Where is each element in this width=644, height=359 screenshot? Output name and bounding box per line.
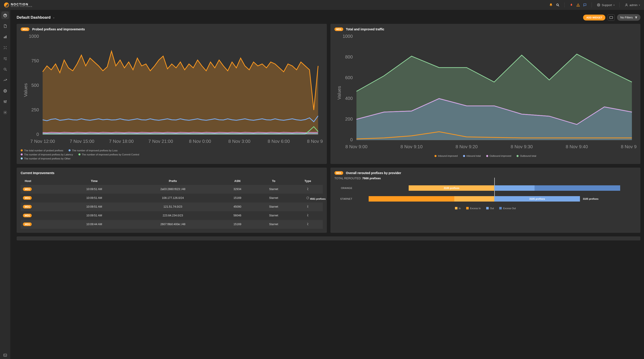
svg-text:7 Nov 21:00: 7 Nov 21:00	[148, 139, 173, 144]
svg-text:0: 0	[36, 132, 39, 137]
host-badge: MD1	[334, 171, 343, 175]
svg-rect-14	[6, 36, 6, 38]
svg-text:1000: 1000	[342, 34, 353, 39]
chart-traffic[interactable]: 02004006008001000Values8 Nov 9:008 Nov 9…	[334, 33, 636, 153]
host-badge: MD1	[334, 28, 343, 31]
flame-icon[interactable]	[570, 3, 573, 7]
legend-item[interactable]: Outbound total	[516, 155, 536, 157]
total-rerouted: TOTAL REROUTED: 7666 prefixes	[334, 177, 636, 180]
sidebar-item-reports[interactable]	[1, 22, 9, 30]
legend-item[interactable]: Excess In	[466, 207, 481, 210]
svg-text:8 Nov 9:40: 8 Nov 9:40	[566, 144, 588, 149]
svg-point-18	[4, 68, 6, 70]
sidebar-item-stats[interactable]	[1, 33, 9, 41]
warning-icon[interactable]	[576, 3, 580, 7]
search-icon[interactable]	[556, 3, 560, 7]
host-badge: MD1	[21, 28, 30, 31]
svg-text:7 Nov 18:00: 7 Nov 18:00	[109, 139, 134, 144]
chart-probed[interactable]: 02505007501000Values7 Nov 12:007 Nov 15:…	[21, 33, 323, 147]
legend-item[interactable]: The total number of probed prefixes	[21, 149, 63, 152]
improvements-table: HostTimePrefixASNToType MD110:09:51 AM2a…	[21, 177, 323, 229]
svg-text:Values: Values	[23, 83, 28, 97]
sidebar-item-search[interactable]	[1, 66, 9, 73]
svg-text:200: 200	[345, 117, 353, 122]
legend-item[interactable]: Inbound improved	[434, 155, 458, 157]
legend-item[interactable]: In	[455, 207, 461, 210]
svg-text:8 Nov 0:00: 8 Nov 0:00	[189, 139, 211, 144]
chevron-down-icon: ⌄	[53, 16, 54, 19]
logo[interactable]: NOCTION NETWORK INTELLIGENCE	[4, 3, 32, 8]
bell-icon[interactable]	[549, 3, 553, 7]
legend-item[interactable]: The number of improved prefixes by Loss	[68, 149, 117, 152]
chart-rerouted[interactable]: ORANGE3105 prefixes1456 prefixes4561 pre…	[334, 185, 636, 202]
svg-text:7 Nov 12:00: 7 Nov 12:00	[30, 139, 55, 144]
legend-item[interactable]: The number of improved prefixes by Laten…	[21, 153, 73, 156]
legend-item[interactable]: Excess Out	[499, 207, 516, 210]
table-header[interactable]: Prefix	[126, 177, 220, 185]
svg-point-5	[598, 4, 599, 6]
sidebar	[0, 10, 10, 359]
svg-text:8 Nov 9:00: 8 Nov 9:00	[345, 144, 367, 149]
svg-text:600: 600	[345, 75, 353, 80]
provider-name: ORANGE	[337, 187, 352, 189]
sidebar-item-sliders[interactable]	[1, 98, 9, 106]
legend-item[interactable]: Out	[486, 207, 494, 210]
provider-row: STARNET1456 prefixes3105 prefixes4561 pr…	[337, 196, 634, 202]
user-menu[interactable]: admin ▾	[625, 3, 640, 7]
svg-text:750: 750	[31, 58, 39, 63]
svg-text:8 Nov 6:00: 8 Nov 6:00	[268, 139, 290, 144]
table-header[interactable]: ASN	[220, 177, 254, 185]
dashboard-selector[interactable]: Default Dashboard ⌄	[17, 15, 54, 20]
legend-item[interactable]: The number of improved prefixes by Commi…	[78, 153, 139, 156]
host-badge: MD1	[23, 196, 32, 200]
table-row[interactable]: MD110:09:51 AM2a03:2880:f023::/4832934St…	[21, 185, 323, 194]
widget-title: Current Improvements	[21, 171, 54, 175]
svg-rect-30	[4, 354, 7, 356]
widget-placeholder	[17, 236, 640, 240]
layout-button[interactable]	[608, 15, 615, 21]
svg-text:8 Nov 3:00: 8 Nov 3:00	[228, 139, 250, 144]
sidebar-item-list[interactable]	[1, 55, 9, 62]
provider-row: ORANGE3105 prefixes1456 prefixes4561 pre…	[337, 185, 634, 191]
sidebar-item-collapse[interactable]	[1, 44, 9, 52]
table-header[interactable]: Time	[63, 177, 126, 185]
svg-text:8 Nov 9:00: 8 Nov 9:00	[307, 139, 323, 144]
svg-point-0	[556, 4, 558, 6]
table-row[interactable]: MD110:09:51 AM108.177.126.0/2415169Starn…	[21, 194, 323, 202]
svg-text:8 Nov 9:20: 8 Nov 9:20	[456, 144, 478, 149]
sidebar-item-globe[interactable]	[1, 87, 9, 95]
svg-text:8 Nov 9:10: 8 Nov 9:10	[400, 144, 422, 149]
svg-point-29	[5, 112, 6, 113]
svg-text:Values: Values	[337, 86, 342, 100]
table-header[interactable]: To	[254, 177, 293, 185]
table-row[interactable]: MD110:09:51 AM121.51.74.0/2345090Starnet	[21, 202, 323, 211]
support-label: Support	[602, 3, 612, 7]
support-menu[interactable]: Support ▾	[597, 3, 614, 7]
legend-traffic: Inbound improvedInbound totalOutbound im…	[334, 155, 636, 157]
table-row[interactable]: MD110:09:44 AM2607:f8b0:400e::/4815169St…	[21, 220, 323, 229]
user-label: admin	[630, 3, 638, 7]
svg-point-26	[4, 101, 4, 102]
svg-line-7	[599, 4, 600, 5]
filters-button[interactable]: No Filters	[617, 14, 640, 21]
sidebar-item-settings[interactable]	[1, 109, 9, 116]
sidebar-item-dashboard[interactable]	[1, 12, 9, 19]
type-icon	[293, 202, 323, 211]
legend-item[interactable]: Inbound total	[463, 155, 481, 157]
legend-item[interactable]: The number of improved prefixes by Other	[21, 157, 70, 160]
svg-line-8	[598, 6, 598, 6]
svg-text:7 Nov 15:00: 7 Nov 15:00	[70, 139, 94, 144]
add-widget-button[interactable]: ADD WIDGET	[583, 15, 605, 21]
svg-text:400: 400	[345, 96, 353, 101]
legend-rerouted: InExcess InOutExcess Out	[334, 207, 636, 210]
sidebar-item-terminal[interactable]	[1, 351, 9, 359]
table-header[interactable]: Type	[293, 177, 323, 185]
sidebar-item-graph[interactable]	[1, 76, 9, 84]
table-header[interactable]: Host	[21, 177, 63, 185]
svg-text:0: 0	[350, 137, 353, 142]
legend-item[interactable]: Outbound improved	[486, 155, 512, 157]
svg-line-19	[6, 70, 7, 71]
chat-icon[interactable]	[583, 3, 587, 7]
widget-rerouted: MD1 Overall rerouted prefixes by provide…	[330, 168, 641, 233]
table-row[interactable]: MD110:09:51 AM223.64.234.0/2356046Starne…	[21, 211, 323, 220]
